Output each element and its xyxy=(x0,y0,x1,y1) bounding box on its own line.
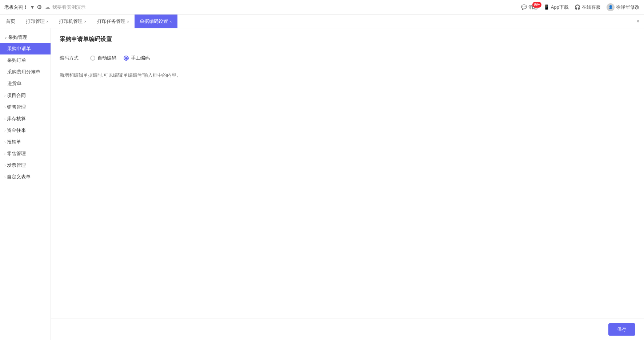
sales-group-label: 销售管理 xyxy=(7,104,26,110)
save-button[interactable]: 保存 xyxy=(608,323,635,336)
support-button[interactable]: 🎧 在线客服 xyxy=(575,4,601,11)
content-body: 采购申请单编码设置 编码方式 自动编码 手工编码 xyxy=(51,28,644,319)
inventory-arrow-icon: › xyxy=(4,117,5,121)
sidebar-group-project: › 项目合同 xyxy=(0,89,51,101)
sidebar-group-sales-title[interactable]: › 销售管理 xyxy=(0,101,51,113)
sidebar: ∨ 采购管理 采购申请单 采购订单 采购费用分摊单 进货单 › 项目合同 › 销… xyxy=(0,28,51,340)
encoding-section: 编码方式 自动编码 手工编码 新增和编辑单据编时,可以编辑'单编编号'输入框中的… xyxy=(60,50,635,78)
project-arrow-icon: › xyxy=(4,94,5,98)
main-layout: ∨ 采购管理 采购申请单 采购订单 采购费用分摊单 进货单 › 项目合同 › 销… xyxy=(0,28,644,340)
radio-manual-code[interactable]: 手工编码 xyxy=(124,55,150,61)
sidebar-group-invoice: › 发票管理 xyxy=(0,159,51,171)
tab-home[interactable]: 首页 xyxy=(1,15,21,28)
avatar: 👤 xyxy=(607,3,615,11)
app-download-label: App下载 xyxy=(551,4,569,11)
brand-text: 老板勿割！ xyxy=(4,4,28,11)
sidebar-group-sales: › 销售管理 xyxy=(0,101,51,113)
auto-code-label: 自动编码 xyxy=(97,55,116,61)
funds-group-label: 资金往来 xyxy=(7,127,26,134)
sidebar-group-purchase-title[interactable]: ∨ 采购管理 xyxy=(0,31,51,43)
sidebar-group-project-title[interactable]: › 项目合同 xyxy=(0,89,51,101)
tab-print-task-label: 打印任务管理 xyxy=(97,18,125,25)
radio-auto-code[interactable]: 自动编码 xyxy=(90,55,116,61)
sidebar-item-purchase-expense[interactable]: 采购费用分摊单 xyxy=(0,66,51,78)
manual-code-label: 手工编码 xyxy=(131,55,150,61)
tab-print-task[interactable]: 打印任务管理 × xyxy=(92,15,135,28)
radio-group: 自动编码 手工编码 xyxy=(90,55,150,61)
encoding-row: 编码方式 自动编码 手工编码 xyxy=(60,50,635,66)
tab-bar: 首页 打印管理 × 打印机管理 × 打印任务管理 × 单据编码设置 × × xyxy=(0,15,644,28)
auto-code-radio-circle[interactable] xyxy=(90,56,95,61)
message-icon: 💬 xyxy=(521,4,527,10)
sidebar-item-stock-in[interactable]: 进货单 xyxy=(0,78,51,89)
top-bar-left: 老板勿割！ ▾ ⚙ ☁ 我要看实例演示 xyxy=(4,4,85,11)
tab-barcode-setting-close[interactable]: × xyxy=(169,19,172,24)
settings-button[interactable]: ⚙ xyxy=(37,4,42,11)
tab-print-manage[interactable]: 打印管理 × xyxy=(21,15,54,28)
hint-text: 新增和编辑单据编时,可以编辑'单编编号'输入框中的内容。 xyxy=(60,72,635,78)
tab-printer-manage[interactable]: 打印机管理 × xyxy=(54,15,92,28)
encoding-label: 编码方式 xyxy=(60,55,81,61)
tab-printer-manage-close[interactable]: × xyxy=(84,19,86,24)
tab-home-label: 首页 xyxy=(6,18,15,25)
retail-arrow-icon: › xyxy=(4,152,5,156)
manual-code-radio-circle[interactable] xyxy=(124,56,129,61)
sidebar-group-inventory-title[interactable]: › 库存核算 xyxy=(0,113,51,124)
sidebar-group-returns-title[interactable]: › 报销单 xyxy=(0,136,51,147)
sidebar-group-retail-title[interactable]: › 零售管理 xyxy=(0,147,51,159)
support-label: 在线客服 xyxy=(582,4,601,11)
funds-arrow-icon: › xyxy=(4,129,5,133)
message-button[interactable]: 💬 消息 99+ xyxy=(521,4,538,11)
sidebar-group-custom-forms-title[interactable]: › 自定义表单 xyxy=(0,171,51,182)
content-area: 采购申请单编码设置 编码方式 自动编码 手工编码 xyxy=(51,28,644,340)
app-download-button[interactable]: 📱 App下载 xyxy=(544,4,569,11)
search-bar[interactable]: ☁ 我要看实例演示 xyxy=(45,4,85,11)
invoice-arrow-icon: › xyxy=(4,163,5,167)
dropdown-button[interactable]: ▾ xyxy=(31,4,34,11)
purchase-arrow-icon: ∨ xyxy=(4,36,7,40)
tab-print-task-close[interactable]: × xyxy=(127,19,129,24)
project-group-label: 项目合同 xyxy=(7,92,26,99)
sidebar-group-funds: › 资金往来 xyxy=(0,124,51,136)
support-icon: 🎧 xyxy=(575,4,580,10)
sidebar-group-custom-forms: › 自定义表单 xyxy=(0,171,51,182)
tab-print-manage-close[interactable]: × xyxy=(46,19,48,24)
message-badge: 99+ xyxy=(532,2,541,8)
custom-forms-arrow-icon: › xyxy=(4,175,5,179)
tab-print-manage-label: 打印管理 xyxy=(26,18,45,25)
sidebar-group-inventory: › 库存核算 xyxy=(0,113,51,124)
sidebar-group-retail: › 零售管理 xyxy=(0,147,51,159)
content-footer: 保存 xyxy=(51,319,644,340)
tab-bar-close-all[interactable]: × xyxy=(636,18,640,25)
inventory-group-label: 库存核算 xyxy=(7,116,26,122)
page-title: 采购申请单编码设置 xyxy=(60,36,635,43)
top-bar: 老板勿割！ ▾ ⚙ ☁ 我要看实例演示 💬 消息 99+ 📱 App下载 🎧 在… xyxy=(0,0,644,15)
returns-arrow-icon: › xyxy=(4,140,5,144)
returns-group-label: 报销单 xyxy=(7,139,21,145)
purchase-group-label: 采购管理 xyxy=(8,34,27,41)
invoice-group-label: 发票管理 xyxy=(7,162,26,169)
custom-forms-group-label: 自定义表单 xyxy=(7,174,31,180)
sidebar-item-purchase-order[interactable]: 采购订单 xyxy=(0,54,51,66)
sidebar-group-purchase: ∨ 采购管理 采购申请单 采购订单 采购费用分摊单 进货单 xyxy=(0,31,51,89)
tab-bar-close-area: × xyxy=(636,18,643,25)
user-label: 徐泽华修改 xyxy=(616,4,640,11)
sidebar-group-funds-title[interactable]: › 资金往来 xyxy=(0,124,51,136)
tab-printer-manage-label: 打印机管理 xyxy=(59,18,83,25)
sidebar-group-returns: › 报销单 xyxy=(0,136,51,147)
app-download-icon: 📱 xyxy=(544,4,549,10)
top-bar-right: 💬 消息 99+ 📱 App下载 🎧 在线客服 👤 徐泽华修改 xyxy=(521,3,640,11)
tab-barcode-setting[interactable]: 单据编码设置 × xyxy=(135,15,177,28)
sidebar-group-invoice-title[interactable]: › 发票管理 xyxy=(0,159,51,171)
cloud-icon: ☁ xyxy=(45,4,50,11)
sales-arrow-icon: › xyxy=(4,105,5,109)
sidebar-item-purchase-request[interactable]: 采购申请单 xyxy=(0,43,51,54)
search-text: 我要看实例演示 xyxy=(52,4,85,11)
retail-group-label: 零售管理 xyxy=(7,150,26,157)
user-button[interactable]: 👤 徐泽华修改 xyxy=(607,3,640,11)
tab-barcode-setting-label: 单据编码设置 xyxy=(140,18,168,25)
